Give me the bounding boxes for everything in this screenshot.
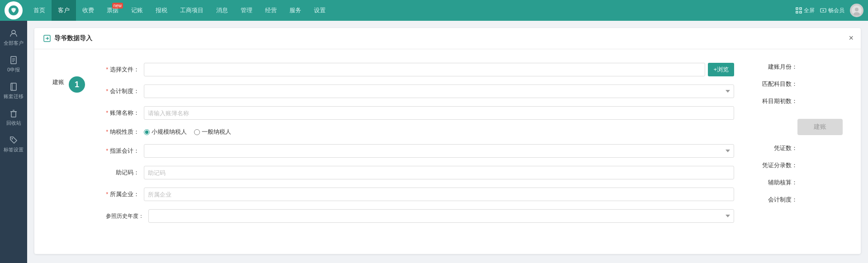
company-input[interactable]: [144, 188, 734, 201]
dialog-header: 导爷数据导入: [34, 28, 861, 49]
svg-rect-17: [11, 112, 16, 117]
dialog-card: 导爷数据导入 × 建账 1 选择文件： +浏览: [34, 28, 861, 254]
svg-point-6: [823, 10, 824, 11]
historical-year-select[interactable]: [148, 209, 734, 223]
close-button[interactable]: ×: [849, 33, 854, 43]
form-right: 建账月份： 匹配科目数： 科目期初数： 建账 凭证: [752, 63, 843, 231]
nav-item-management[interactable]: 管理: [234, 0, 259, 21]
step-badge: 1: [69, 76, 85, 93]
build-account-button[interactable]: 建账: [797, 119, 843, 135]
step-section: 建账 1: [52, 63, 85, 231]
book-icon: [9, 82, 18, 91]
aux-accounting-row: 辅助核算：: [752, 178, 843, 187]
tax-option1-label[interactable]: 小规模纳税人: [144, 128, 187, 136]
sidebar-item-tag-settings[interactable]: 标签设置: [0, 131, 27, 158]
step-label: 建账: [52, 78, 64, 86]
sidebar-item-account-migration[interactable]: 账套迁移: [0, 78, 27, 104]
fullscreen-btn[interactable]: 全屏: [796, 7, 815, 14]
svg-rect-2: [800, 8, 802, 9]
tag-icon: [9, 136, 18, 145]
sidebar: 全部客户 0申报 账套迁移 回收站: [0, 21, 27, 263]
sidebar-item-zero-declaration[interactable]: 0申报: [0, 51, 27, 78]
nav-item-bookkeeping[interactable]: 记账: [125, 0, 149, 21]
nav-item-home[interactable]: 首页: [27, 0, 52, 21]
tax-nature-radio-group: 小规模纳税人 一般纳税人: [144, 128, 231, 136]
ledger-name-row: 账簿名称：: [103, 106, 734, 120]
ledger-name-input[interactable]: [144, 106, 734, 120]
nav-item-business[interactable]: 工商项目: [174, 0, 210, 21]
vip-icon: [820, 7, 826, 14]
user-icon: [9, 29, 18, 38]
nav-item-invoices[interactable]: 票据 new: [100, 0, 125, 21]
memo-code-label: 助记码：: [103, 169, 144, 177]
svg-rect-15: [11, 83, 16, 90]
nav-menu: 首页 客户 收费 票据 new 记账 报税 工商项目 消息 管理 经营 服务 设…: [27, 0, 796, 21]
tax-option2-radio[interactable]: [194, 129, 200, 135]
tax-nature-row: 纳税性质： 小规模纳税人 一般纳税人: [103, 128, 734, 136]
accountant-select[interactable]: [144, 144, 734, 158]
voucher-count-label: 凭证数：: [752, 144, 797, 152]
svg-point-20: [12, 138, 13, 140]
browse-button[interactable]: +浏览: [708, 63, 734, 76]
historical-year-label: 参照历史年度：: [103, 212, 148, 220]
svg-rect-3: [796, 11, 798, 13]
sidebar-item-all-customers[interactable]: 全部客户: [0, 24, 27, 51]
nav-item-billing[interactable]: 收费: [76, 0, 100, 21]
sidebar-item-recycle-bin[interactable]: 回收站: [0, 104, 27, 131]
content-area: 导爷数据导入 × 建账 1 选择文件： +浏览: [27, 21, 868, 263]
aux-accounting-label: 辅助核算：: [752, 178, 797, 187]
avatar-icon: [852, 5, 862, 15]
tax-nature-label: 纳税性质：: [103, 128, 144, 136]
match-subjects-label: 匹配科目数：: [752, 80, 797, 88]
build-month-row: 建账月份：: [752, 63, 843, 71]
historical-year-row: 参照历史年度：: [103, 209, 734, 223]
company-label: 所属企业：: [103, 190, 144, 198]
top-navigation: 首页 客户 收费 票据 new 记账 报税 工商项目 消息 管理 经营 服务 设…: [0, 0, 868, 21]
nav-item-settings[interactable]: 设置: [308, 0, 332, 21]
subject-init-row: 科目期初数：: [752, 97, 843, 105]
nav-item-messages[interactable]: 消息: [210, 0, 234, 21]
new-badge: new: [112, 3, 123, 9]
file-icon: [9, 56, 18, 65]
memo-code-row: 助记码：: [103, 166, 734, 179]
svg-rect-4: [800, 11, 802, 13]
match-subjects-row: 匹配科目数：: [752, 80, 843, 88]
accounting-system-select[interactable]: [144, 85, 734, 98]
logo: [5, 1, 23, 19]
build-month-label: 建账月份：: [752, 63, 797, 71]
voucher-entries-label: 凭证分录数：: [752, 161, 797, 169]
accountant-row: 指派会计：: [103, 144, 734, 158]
subject-init-label: 科目期初数：: [752, 97, 797, 105]
dialog-body: 建账 1 选择文件： +浏览 会计制度：: [34, 49, 861, 244]
ledger-name-label: 账簿名称：: [103, 109, 144, 117]
tax-option2-label[interactable]: 一般纳税人: [194, 128, 231, 136]
dialog-title: 导爷数据导入: [54, 34, 92, 42]
company-row: 所属企业：: [103, 188, 734, 201]
form-left: 选择文件： +浏览 会计制度：: [103, 63, 734, 231]
nav-right-controls: 全屏 畅会员: [796, 4, 863, 17]
vip-btn[interactable]: 畅会员: [820, 7, 844, 14]
memo-code-input[interactable]: [144, 166, 734, 179]
nav-item-tax[interactable]: 报税: [149, 0, 174, 21]
svg-point-8: [855, 8, 859, 11]
file-input[interactable]: [144, 63, 705, 76]
accountant-label: 指派会计：: [103, 147, 144, 155]
voucher-entries-row: 凭证分录数：: [752, 161, 843, 169]
accounting-system-row: 会计制度：: [103, 85, 734, 98]
fullscreen-icon: [796, 7, 802, 14]
tax-option1-radio[interactable]: [144, 129, 150, 135]
nav-item-services[interactable]: 服务: [283, 0, 308, 21]
nav-item-customers[interactable]: 客户: [52, 0, 76, 21]
accounting-system-label: 会计制度：: [103, 87, 144, 95]
file-input-group: +浏览: [144, 63, 734, 76]
trash-icon: [9, 109, 18, 118]
main-layout: 全部客户 0申报 账套迁移 回收站: [0, 21, 868, 263]
voucher-count-row: 凭证数：: [752, 144, 843, 152]
info-accounting-system-label: 会计制度：: [752, 196, 797, 204]
svg-rect-1: [796, 8, 798, 9]
import-icon: [43, 35, 51, 42]
avatar[interactable]: [850, 4, 863, 17]
nav-item-operations[interactable]: 经营: [259, 0, 283, 21]
file-label: 选择文件：: [103, 66, 144, 74]
file-row: 选择文件： +浏览: [103, 63, 734, 76]
